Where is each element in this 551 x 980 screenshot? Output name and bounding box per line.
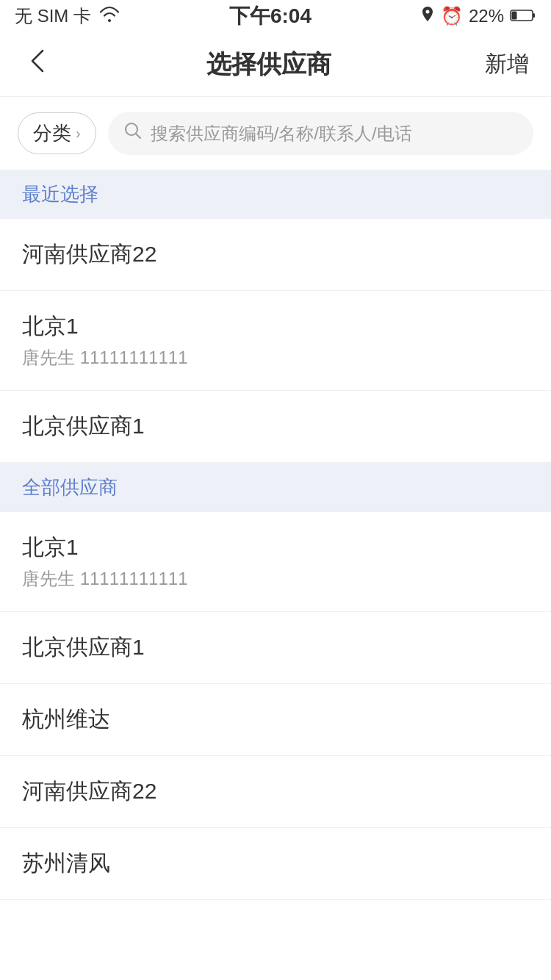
search-bar: 分类 › 搜索供应商编码/名称/联系人/电话 bbox=[0, 97, 551, 170]
svg-rect-2 bbox=[511, 12, 516, 20]
battery-percent: 22% bbox=[469, 6, 504, 26]
item-name: 北京1 bbox=[22, 311, 529, 342]
all-section-label: 全部供应商 bbox=[22, 476, 118, 498]
list-item[interactable]: 北京供应商1 bbox=[0, 612, 551, 684]
list-item[interactable]: 河南供应商22 bbox=[0, 756, 551, 828]
item-name: 河南供应商22 bbox=[22, 777, 529, 807]
item-name: 河南供应商22 bbox=[22, 239, 529, 270]
item-sub: 唐先生 11111111111 bbox=[22, 346, 529, 370]
no-sim-label: 无 SIM 卡 bbox=[15, 4, 91, 28]
list-item[interactable]: 北京1 唐先生 11111111111 bbox=[0, 291, 551, 391]
item-name: 北京1 bbox=[22, 533, 529, 563]
location-icon bbox=[420, 6, 435, 26]
alarm-icon: ⏰ bbox=[441, 6, 463, 26]
chevron-right-icon: › bbox=[76, 125, 81, 142]
item-name: 北京供应商1 bbox=[22, 411, 529, 442]
recent-section-label: 最近选择 bbox=[22, 183, 98, 205]
item-sub: 唐先生 11111111111 bbox=[22, 567, 529, 591]
svg-rect-1 bbox=[533, 13, 535, 18]
recent-section-header: 最近选择 bbox=[0, 170, 551, 219]
category-label: 分类 bbox=[33, 120, 71, 146]
list-item[interactable]: 北京供应商1 bbox=[0, 391, 551, 463]
status-bar: 无 SIM 卡 下午6:04 ⏰ 22% bbox=[0, 0, 551, 32]
item-name: 北京供应商1 bbox=[22, 633, 529, 663]
add-button[interactable]: 新增 bbox=[485, 49, 529, 79]
item-name: 杭州维达 bbox=[22, 705, 529, 735]
list-item[interactable]: 苏州清风 bbox=[0, 828, 551, 900]
list-item[interactable]: 杭州维达 bbox=[0, 684, 551, 756]
list-item[interactable]: 河南供应商22 bbox=[0, 219, 551, 291]
search-icon bbox=[123, 120, 143, 146]
category-button[interactable]: 分类 › bbox=[18, 112, 96, 154]
item-name: 苏州清风 bbox=[22, 849, 529, 879]
nav-bar: 选择供应商 新增 bbox=[0, 32, 551, 97]
status-time: 下午6:04 bbox=[229, 2, 311, 30]
battery-icon bbox=[510, 6, 536, 26]
wifi-icon bbox=[98, 6, 120, 26]
recent-list: 河南供应商22 北京1 唐先生 11111111111 北京供应商1 bbox=[0, 219, 551, 463]
status-right: ⏰ 22% bbox=[420, 6, 536, 26]
page-title: 选择供应商 bbox=[206, 48, 331, 82]
back-button[interactable] bbox=[22, 40, 53, 88]
all-list: 北京1 唐先生 11111111111 北京供应商1 杭州维达 河南供应商22 … bbox=[0, 512, 551, 900]
list-item[interactable]: 北京1 唐先生 11111111111 bbox=[0, 512, 551, 612]
all-section-header: 全部供应商 bbox=[0, 463, 551, 512]
search-placeholder: 搜索供应商编码/名称/联系人/电话 bbox=[151, 122, 412, 145]
search-input-wrapper[interactable]: 搜索供应商编码/名称/联系人/电话 bbox=[108, 112, 533, 155]
status-left: 无 SIM 卡 bbox=[15, 4, 120, 28]
